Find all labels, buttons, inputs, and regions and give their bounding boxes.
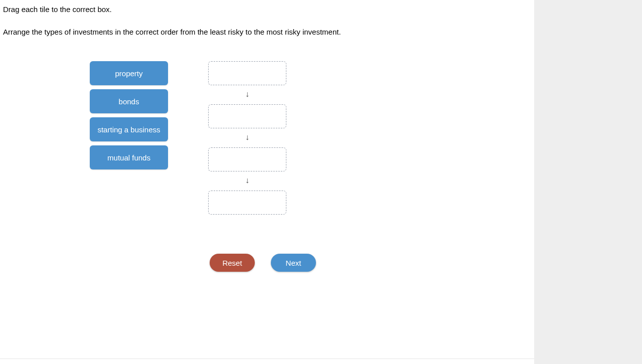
draggable-tile-starting-a-business[interactable]: starting a business: [90, 117, 168, 141]
tiles-source-column: property bonds starting a business mutua…: [90, 61, 168, 169]
action-button-row: Reset Next: [210, 254, 534, 272]
drop-zone-1[interactable]: [208, 61, 286, 85]
draggable-tile-property[interactable]: property: [90, 61, 168, 85]
drag-drop-activity: property bonds starting a business mutua…: [3, 61, 534, 215]
reset-button[interactable]: Reset: [210, 254, 255, 272]
drop-zone-4[interactable]: [208, 191, 286, 215]
bottom-divider: [0, 358, 534, 359]
instruction-line-1: Drag each tile to the correct box.: [3, 5, 534, 14]
drop-zone-2[interactable]: [208, 104, 286, 128]
right-side-rail: [534, 0, 642, 364]
arrow-down-icon: ↓: [245, 128, 249, 147]
arrow-down-icon: ↓: [245, 85, 249, 104]
draggable-tile-mutual-funds[interactable]: mutual funds: [90, 145, 168, 169]
next-button[interactable]: Next: [271, 254, 316, 272]
drop-target-column: ↓ ↓ ↓: [208, 61, 286, 215]
drop-zone-3[interactable]: [208, 147, 286, 171]
instruction-line-2: Arrange the types of investments in the …: [3, 28, 534, 36]
draggable-tile-bonds[interactable]: bonds: [90, 89, 168, 113]
arrow-down-icon: ↓: [245, 171, 249, 191]
